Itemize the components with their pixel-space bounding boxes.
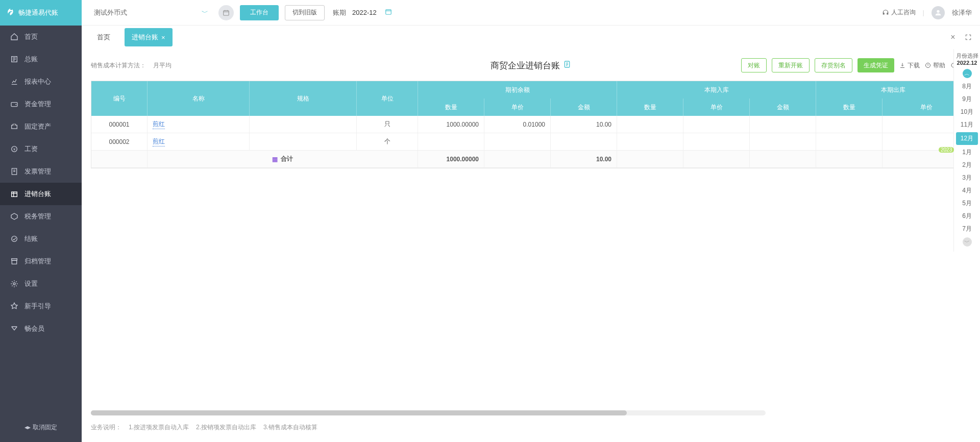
- month-option[interactable]: 5月: [954, 197, 980, 210]
- help-icon: ?: [925, 62, 931, 68]
- cell-spec: [250, 133, 357, 150]
- tab-home-label: 首页: [97, 33, 110, 42]
- calendar-button[interactable]: [218, 5, 234, 20]
- brand-text: 畅捷通易代账: [18, 8, 58, 17]
- sidebar-item-vip[interactable]: 畅会员: [0, 317, 82, 340]
- svg-point-2: [15, 104, 16, 105]
- cell-total-qty: 1000.00000: [418, 151, 484, 167]
- month-option[interactable]: 3月: [954, 171, 980, 184]
- sidebar-item-home[interactable]: 首页: [0, 26, 82, 48]
- switch-old-button[interactable]: 切到旧版: [285, 5, 325, 20]
- topbar: 测试外币式 ﹀ 工作台 切到旧版 账期 2022-12 人工咨询 | 徐泽华: [82, 0, 980, 26]
- month-option[interactable]: 7月: [954, 223, 980, 235]
- sidebar: 畅捷通易代账 首页总账报表中心资金管理固定资产¥工资发票管理进销台账税务管理结账…: [0, 0, 82, 442]
- download-link[interactable]: 下载: [899, 61, 920, 70]
- svg-point-11: [13, 283, 15, 285]
- support-link[interactable]: 人工咨询: [882, 8, 916, 17]
- cell-begin-qty: [418, 133, 484, 150]
- toolbar: 销售成本计算方法： 月平均 商贸企业进销台账 对账 重新开账 存货别名 生成凭证…: [91, 55, 971, 76]
- alias-button[interactable]: 存货别名: [815, 58, 852, 72]
- sidebar-item-close[interactable]: 结账: [0, 228, 82, 250]
- cell-in-qty: [617, 116, 683, 133]
- settings-icon: [10, 280, 18, 288]
- tax-icon: [10, 212, 18, 220]
- support-label: 人工咨询: [891, 8, 916, 17]
- close-icon[interactable]: ×: [161, 34, 165, 41]
- fullscreen-icon[interactable]: [963, 32, 974, 43]
- month-panel-header: 月份选择: [954, 52, 980, 60]
- tab-home[interactable]: 首页: [90, 28, 117, 46]
- period-value[interactable]: 2022-12: [352, 9, 377, 16]
- download-label: 下载: [908, 61, 920, 70]
- cell-begin-price: 0.01000: [484, 116, 551, 133]
- month-option[interactable]: 1月2023: [954, 146, 980, 159]
- month-option-selected[interactable]: 12月: [956, 132, 978, 145]
- total-icon: ▦: [272, 156, 278, 163]
- cell-name[interactable]: 煎红: [148, 116, 250, 133]
- sidebar-item-asset[interactable]: 固定资产: [0, 115, 82, 138]
- close-all-tabs[interactable]: ×: [947, 32, 959, 43]
- archive-icon: [10, 257, 18, 265]
- scrollbar-thumb[interactable]: [91, 410, 627, 415]
- month-option[interactable]: 6月: [954, 210, 980, 223]
- month-option[interactable]: 4月: [954, 184, 980, 197]
- month-scroll-up[interactable]: ︿: [963, 69, 972, 78]
- sidebar-item-wallet[interactable]: 资金管理: [0, 93, 82, 115]
- month-option[interactable]: 8月: [954, 80, 980, 93]
- org-selector[interactable]: 测试外币式 ﹀: [90, 5, 212, 21]
- svg-text:?: ?: [927, 64, 929, 67]
- tab-inventory-ledger[interactable]: 进销台账 ×: [125, 28, 173, 46]
- sidebar-item-salary[interactable]: ¥工资: [0, 138, 82, 160]
- period-calendar-icon[interactable]: [385, 8, 392, 17]
- sidebar-item-settings[interactable]: 设置: [0, 273, 82, 295]
- sidebar-item-ledger[interactable]: 总账: [0, 48, 82, 70]
- total-row: ▦合计1000.0000010.00: [91, 151, 970, 168]
- cell-total-label: ▦合计: [148, 151, 418, 167]
- sidebar-item-invoice[interactable]: 发票管理: [0, 160, 82, 183]
- generate-voucher-button[interactable]: 生成凭证: [857, 58, 894, 72]
- cell-total-amt: 10.00: [551, 151, 617, 167]
- wallet-icon: [10, 100, 18, 108]
- user-name[interactable]: 徐泽华: [952, 8, 972, 17]
- cell-name[interactable]: 煎红: [148, 133, 250, 150]
- salary-icon: ¥: [10, 145, 18, 153]
- sidebar-item-label: 报表中心: [24, 77, 51, 86]
- svg-text:¥: ¥: [13, 148, 15, 151]
- th-group-begin: 期初余额: [418, 81, 617, 99]
- month-option[interactable]: 2月: [954, 159, 980, 171]
- month-option[interactable]: 9月: [954, 93, 980, 106]
- cell-in-qty: [617, 133, 683, 150]
- brand-icon: [5, 8, 15, 18]
- month-option[interactable]: 10月: [954, 106, 980, 118]
- reconcile-button[interactable]: 对账: [741, 58, 767, 72]
- help-link[interactable]: ? 帮助: [925, 61, 945, 70]
- month-option[interactable]: 11月: [954, 118, 980, 131]
- sidebar-item-label: 总账: [24, 55, 38, 64]
- sidebar-item-tax[interactable]: 税务管理: [0, 205, 82, 228]
- guide-icon: [10, 302, 18, 310]
- headset-icon: [882, 9, 889, 16]
- cell-in-amt: [750, 116, 816, 133]
- chevron-down-icon: ﹀: [202, 8, 208, 17]
- horizontal-scrollbar[interactable]: [91, 410, 766, 415]
- avatar[interactable]: [932, 6, 945, 19]
- reopen-button[interactable]: 重新开账: [772, 58, 810, 72]
- th-begin-qty: 数量: [418, 99, 484, 116]
- inventory-table: 编号 名称 规格 单位 期初余额 本期入库 本期出库 数量 单价 金额 数量: [91, 81, 971, 168]
- month-selector-panel: 月份选择 2022.12 ︿ 8月9月10月11月12月1月20232月3月4月…: [953, 49, 980, 252]
- sidebar-item-archive[interactable]: 归档管理: [0, 250, 82, 273]
- th-spec: 规格: [250, 81, 357, 116]
- th-in-price: 单价: [683, 99, 750, 116]
- th-id: 编号: [91, 81, 148, 116]
- sidebar-item-chart[interactable]: 报表中心: [0, 70, 82, 93]
- document-icon[interactable]: [563, 60, 571, 71]
- cost-method-label: 销售成本计算方法：: [91, 61, 146, 70]
- sidebar-item-guide[interactable]: 新手引导: [0, 295, 82, 317]
- month-scroll-down[interactable]: ﹀: [963, 237, 972, 247]
- svg-point-14: [937, 10, 939, 12]
- unpin-label: 取消固定: [33, 424, 57, 431]
- cell-id: 000001: [91, 116, 148, 133]
- unpin-sidebar[interactable]: ◂▸ 取消固定: [0, 423, 82, 432]
- workspace-button[interactable]: 工作台: [240, 5, 279, 20]
- sidebar-item-inventory[interactable]: 进销台账: [0, 183, 82, 205]
